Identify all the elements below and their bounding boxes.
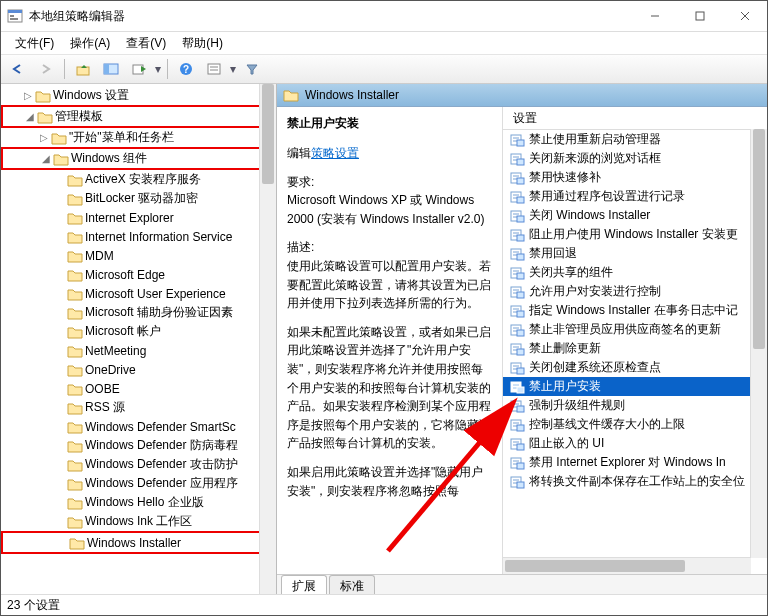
setting-icon [509,361,525,375]
settings-row[interactable]: 关闭共享的组件 [503,263,767,282]
tree-label: OOBE [83,382,120,396]
svg-rect-2 [10,15,14,17]
twisty-icon[interactable]: ◢ [39,153,53,164]
minimize-button[interactable] [632,1,677,31]
tree-node-item[interactable]: Microsoft 帐户 [1,322,276,341]
nav-back-button[interactable] [5,57,31,81]
settings-row[interactable]: 指定 Windows Installer 在事务日志中记 [503,301,767,320]
tree-node-item[interactable]: Windows Defender SmartSc [1,417,276,436]
svg-rect-52 [517,159,524,165]
requirements-text: Microsoft Windows XP 或 Windows 2000 (安装有… [287,193,484,226]
properties-dropdown[interactable]: ▾ [229,62,237,76]
tree-node-item[interactable]: Internet Information Service [1,227,276,246]
tree-node-item[interactable]: OneDrive [1,360,276,379]
svg-rect-100 [517,387,524,393]
menu-action[interactable]: 操作(A) [62,33,118,54]
maximize-button[interactable] [677,1,722,31]
tree-label: 管理模板 [53,108,103,125]
svg-rect-64 [517,216,524,222]
tree-node-item[interactable]: MDM [1,246,276,265]
tree-label: Microsoft Edge [83,268,165,282]
settings-row[interactable]: 强制升级组件规则 [503,396,767,415]
menu-help[interactable]: 帮助(H) [174,33,231,54]
tree-node-start-taskbar[interactable]: ▷"开始"菜单和任务栏 [1,128,276,147]
settings-row[interactable]: 控制基线文件缓存大小的上限 [503,415,767,434]
list-scrollbar-horizontal[interactable] [503,557,751,574]
settings-row[interactable]: 关闭 Windows Installer [503,206,767,225]
settings-row[interactable]: 关闭新来源的浏览对话框 [503,149,767,168]
close-button[interactable] [722,1,767,31]
show-hide-tree-button[interactable] [98,57,124,81]
svg-rect-96 [517,368,524,374]
export-button[interactable] [126,57,152,81]
tree-node-item[interactable]: Windows Defender 应用程序 [1,474,276,493]
status-text: 23 个设置 [7,597,60,614]
tree-node-windows-settings[interactable]: ▷Windows 设置 [1,86,276,105]
tree-node-item[interactable]: Windows Hello 企业版 [1,493,276,512]
settings-row[interactable]: 阻止用户使用 Windows Installer 安装更 [503,225,767,244]
menu-file[interactable]: 文件(F) [7,33,62,54]
tree-label: Windows Defender 防病毒程 [83,437,238,454]
tree-node-item[interactable]: RSS 源 [1,398,276,417]
requirements-label: 要求: [287,175,314,189]
twisty-icon[interactable]: ▷ [37,132,51,143]
tree-node-item[interactable]: Windows Defender 攻击防护 [1,455,276,474]
help-button[interactable]: ? [173,57,199,81]
setting-icon [509,152,525,166]
tree-node-item[interactable]: ActiveX 安装程序服务 [1,170,276,189]
setting-label: 阻止用户使用 Windows Installer 安装更 [529,226,738,243]
settings-row[interactable]: 关闭创建系统还原检查点 [503,358,767,377]
tree-node-item[interactable]: OOBE [1,379,276,398]
settings-row[interactable]: 禁用通过程序包设置进行记录 [503,187,767,206]
folder-icon [67,268,83,282]
tree-node-item[interactable]: BitLocker 驱动器加密 [1,189,276,208]
export-dropdown[interactable]: ▾ [154,62,162,76]
list-scrollbar-vertical[interactable] [750,129,767,558]
tree-node-item[interactable]: Internet Explorer [1,208,276,227]
settings-row[interactable]: 禁用 Internet Explorer 对 Windows In [503,453,767,472]
settings-row[interactable]: 阻止嵌入的 UI [503,434,767,453]
edit-policy-link[interactable]: 策略设置 [311,146,359,160]
svg-marker-32 [68,328,82,338]
tree-node-item[interactable]: Windows Defender 防病毒程 [1,436,276,455]
settings-row[interactable]: 禁用快速修补 [503,168,767,187]
filter-button[interactable] [239,57,265,81]
tree-node-item[interactable]: Windows Installer [1,531,276,554]
properties-button[interactable] [201,57,227,81]
folder-icon [67,439,83,453]
tree-label: Windows 设置 [51,87,129,104]
tree-node-admin-templates[interactable]: ◢管理模板 [1,105,276,128]
twisty-icon[interactable]: ◢ [23,111,37,122]
tree-node-item[interactable]: Microsoft Edge [1,265,276,284]
tree-node-item[interactable]: Windows Ink 工作区 [1,512,276,531]
tree-node-item[interactable]: Microsoft User Experience [1,284,276,303]
tree-node-windows-components[interactable]: ◢Windows 组件 [1,147,276,170]
settings-row[interactable]: 禁止非管理员应用供应商签名的更新 [503,320,767,339]
settings-row[interactable]: 禁用回退 [503,244,767,263]
tree-label: Windows 组件 [69,150,147,167]
settings-row[interactable]: 禁止用户安装 [503,377,767,396]
tab-standard[interactable]: 标准 [329,575,375,595]
settings-row[interactable]: 将转换文件副本保存在工作站上的安全位 [503,472,767,491]
setting-icon [509,475,525,489]
setting-label: 将转换文件副本保存在工作站上的安全位 [529,473,745,490]
settings-column-header[interactable]: 设置 [503,107,767,130]
settings-row[interactable]: 允许用户对安装进行控制 [503,282,767,301]
menu-view[interactable]: 查看(V) [118,33,174,54]
up-folder-button[interactable] [70,57,96,81]
tree-node-item[interactable]: Microsoft 辅助身份验证因素 [1,303,276,322]
tab-extended[interactable]: 扩展 [281,575,327,595]
svg-rect-8 [77,67,89,75]
svg-marker-25 [68,195,82,205]
settings-row[interactable]: 禁止删除更新 [503,339,767,358]
twisty-icon[interactable]: ▷ [21,90,35,101]
tree-label: Windows Defender 应用程序 [83,475,238,492]
settings-row[interactable]: 禁止使用重新启动管理器 [503,130,767,149]
tree-label: Microsoft 辅助身份验证因素 [83,304,233,321]
nav-forward-button[interactable] [33,57,59,81]
tree-scrollbar[interactable] [259,84,276,595]
setting-icon [509,209,525,223]
svg-marker-20 [36,92,50,102]
tree-label: Internet Explorer [83,211,174,225]
tree-node-item[interactable]: NetMeeting [1,341,276,360]
